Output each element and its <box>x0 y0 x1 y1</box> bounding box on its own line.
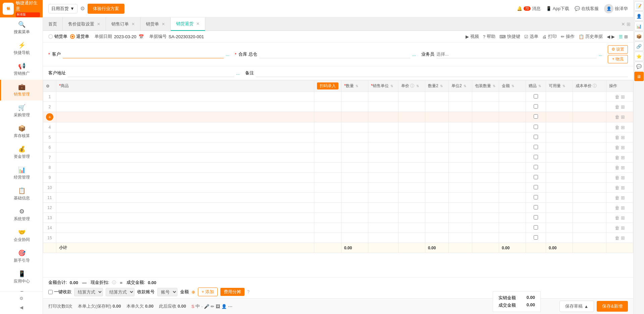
row-14-qty2[interactable] <box>425 223 449 233</box>
right-icon-6[interactable]: ⭐ <box>634 52 644 61</box>
row-4-goods[interactable] <box>56 122 314 132</box>
salesperson-input[interactable] <box>436 50 597 58</box>
row-8-qty[interactable] <box>341 163 368 173</box>
row-15-price[interactable] <box>398 233 425 243</box>
row-2-available[interactable] <box>546 102 573 112</box>
row-9-available[interactable] <box>546 173 573 183</box>
save-new-button[interactable]: 保存&新增 <box>597 301 628 312</box>
gift-sort-icon[interactable]: ⇅ <box>538 84 541 88</box>
grid-view-icon[interactable]: ⊞ <box>624 34 628 39</box>
unit-sort-icon[interactable]: ⇅ <box>390 84 393 88</box>
address-select-btn[interactable]: ... <box>236 71 240 76</box>
row-5-gift[interactable] <box>526 132 546 142</box>
row-6-price[interactable] <box>398 142 425 152</box>
row-13-cost[interactable] <box>573 213 606 223</box>
row-5-qty2[interactable] <box>425 132 449 142</box>
row-10-gift-checkbox[interactable] <box>534 185 538 189</box>
row-4-gift[interactable] <box>526 122 546 132</box>
row-5-qty[interactable] <box>341 132 368 142</box>
right-icon-4[interactable]: 📦 <box>634 32 644 41</box>
row-10-unit2[interactable] <box>449 183 472 193</box>
row-14-available[interactable] <box>546 223 573 233</box>
row-13-price[interactable] <box>398 213 425 223</box>
row-4-qty[interactable] <box>341 122 368 132</box>
row-2-pkg[interactable] <box>472 102 499 112</box>
row-15-gift[interactable] <box>526 233 546 243</box>
row-7-delete-icon[interactable]: 🗑 <box>615 155 620 160</box>
row-11-cost[interactable] <box>573 193 606 203</box>
row-11-price[interactable] <box>398 193 425 203</box>
row-2-unit2[interactable] <box>449 102 472 112</box>
row-2-unit[interactable] <box>368 102 398 112</box>
settings-button[interactable]: ⚙ 设置 <box>608 45 628 54</box>
row-7-unit2[interactable] <box>449 152 472 163</box>
sidebar-item-guide[interactable]: 🎯 新手引导 <box>0 246 43 267</box>
row-7-copy-icon[interactable]: ⊞ <box>621 155 625 160</box>
address-input[interactable] <box>68 69 234 77</box>
gear-button[interactable]: ⚙ <box>80 5 85 12</box>
row-3-unit[interactable] <box>368 112 398 122</box>
goods-input-active[interactable] <box>59 115 311 120</box>
sidebar-item-operations[interactable]: 📊 经营管理 <box>0 163 43 184</box>
row-8-price[interactable] <box>398 163 425 173</box>
row-8-available[interactable] <box>546 163 573 173</box>
row-6-unit2[interactable] <box>449 142 472 152</box>
row-15-gift-checkbox[interactable] <box>534 235 538 240</box>
row-12-gift[interactable] <box>526 203 546 213</box>
maximize-btn[interactable]: ⊞ <box>627 21 631 27</box>
scan-button[interactable]: 扫码录入 <box>317 82 338 89</box>
row-1-qty2[interactable] <box>425 92 449 102</box>
row-2-amount[interactable] <box>499 102 526 112</box>
row-1-delete-icon[interactable]: 🗑 <box>615 94 620 100</box>
row-6-unit[interactable] <box>368 142 398 152</box>
row-3-price[interactable] <box>398 112 425 122</box>
video-btn[interactable]: ▶ 视频 <box>466 34 479 40</box>
right-icon-2[interactable]: 👤 <box>634 11 644 21</box>
app-download-item[interactable]: 📱 App下载 <box>546 6 569 12</box>
remark-input[interactable] <box>256 69 628 77</box>
minimize-btn[interactable]: ✕ <box>621 21 625 27</box>
row-7-qty2[interactable] <box>425 152 449 163</box>
row-4-copy-icon[interactable]: ⊞ <box>621 125 625 130</box>
warehouse-input[interactable] <box>259 50 410 58</box>
row-2-goods[interactable] <box>56 102 314 112</box>
available-sort-icon[interactable]: ⇅ <box>562 84 565 88</box>
add-row-btn[interactable]: + <box>46 113 53 121</box>
one-click-payment-checkbox[interactable]: 一键收款 <box>48 289 71 295</box>
row-8-unit2[interactable] <box>449 163 472 173</box>
warehouse-select-btn[interactable]: ... <box>412 52 416 57</box>
row-10-goods[interactable] <box>56 183 314 193</box>
row-4-available[interactable] <box>546 122 573 132</box>
row-2-gift[interactable] <box>526 102 546 112</box>
row-15-pkg[interactable] <box>472 233 499 243</box>
row-12-gift-checkbox[interactable] <box>534 205 538 209</box>
save-draft-button[interactable]: 保存草稿 ▲ <box>559 301 594 312</box>
th-gear[interactable]: ⚙ <box>43 80 56 92</box>
row-15-unit[interactable] <box>368 233 398 243</box>
row-12-price[interactable] <box>398 203 425 213</box>
row-13-unit2[interactable] <box>449 213 472 223</box>
collapse-btn[interactable]: ◀ <box>18 304 24 311</box>
row-6-cost[interactable] <box>573 142 606 152</box>
row-13-copy-icon[interactable]: ⊞ <box>621 215 625 221</box>
customer-select-btn[interactable]: ... <box>226 52 229 57</box>
row-9-copy-icon[interactable]: ⊞ <box>621 175 625 180</box>
row-8-unit[interactable] <box>368 163 398 173</box>
row-1-price[interactable] <box>398 92 425 102</box>
tab-sales-return-close[interactable]: ✕ <box>196 21 200 26</box>
shortcut-btn[interactable]: ⌨ 快捷键 <box>499 34 520 40</box>
row-6-copy-icon[interactable]: ⊞ <box>621 145 625 150</box>
row-5-amount[interactable] <box>499 132 526 142</box>
notification-item[interactable]: 🔔 70 消息 <box>517 6 541 12</box>
row-9-price[interactable] <box>398 173 425 183</box>
calculation-method-select[interactable]: 结算方式 <box>106 288 135 296</box>
row-14-amount[interactable] <box>499 223 526 233</box>
row-1-amount[interactable] <box>499 92 526 102</box>
row-2-cost[interactable] <box>573 102 606 112</box>
row-1-gift[interactable] <box>526 92 546 102</box>
row-10-qty[interactable] <box>341 183 368 193</box>
sidebar-item-search[interactable]: 🔍 搜索菜单 <box>0 17 43 38</box>
pkg-sort-icon[interactable]: ⇅ <box>493 84 495 88</box>
industry-dropdown[interactable]: 日用百货 ▼ <box>48 4 77 13</box>
row-12-cost[interactable] <box>573 203 606 213</box>
